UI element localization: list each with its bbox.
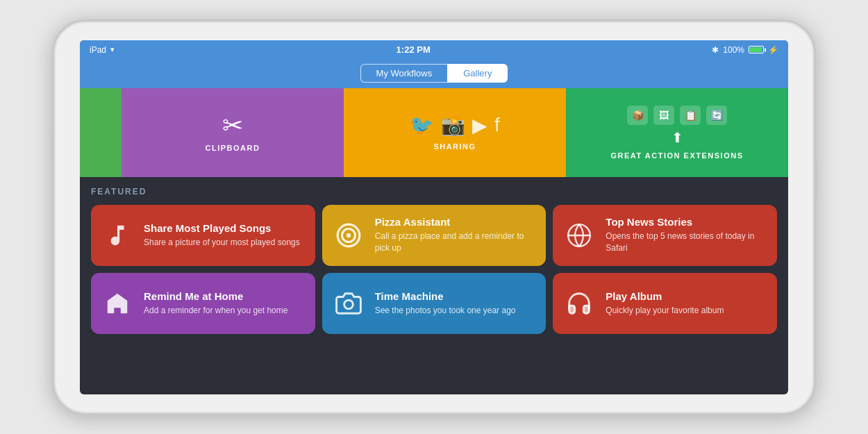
card-text-share: Share Most Played Songs Share a picture …	[144, 222, 300, 249]
battery-fill	[750, 47, 762, 52]
category-label-extensions: GREAT ACTION EXTENSIONS	[611, 151, 744, 160]
ipad-device: iPad ▾ 1:22 PM ✱ 100% ⚡ My Workflows Gal…	[52, 19, 816, 415]
card-desc-news: Opens the top 5 news stories of today in…	[606, 231, 767, 254]
action-box-1: 📦	[627, 106, 648, 125]
status-bar: iPad ▾ 1:22 PM ✱ 100% ⚡	[80, 40, 788, 60]
card-title-share: Share Most Played Songs	[144, 222, 300, 234]
power-button	[815, 160, 817, 199]
home-icon	[101, 287, 134, 320]
battery-indicator	[749, 46, 764, 53]
target-icon	[332, 219, 365, 252]
featured-label: FEATURED	[91, 187, 777, 197]
card-top-news[interactable]: Top News Stories Opens the top 5 news st…	[553, 205, 777, 266]
tab-my-workflows[interactable]: My Workflows	[360, 64, 448, 83]
volume-button	[51, 133, 53, 157]
tab-bar: My Workflows Gallery	[80, 60, 788, 88]
battery-percent: 100%	[723, 45, 744, 55]
card-title-remind: Remind Me at Home	[144, 290, 287, 302]
camera-icon	[332, 287, 365, 320]
headphones-icon	[562, 287, 596, 320]
music-icon	[101, 219, 134, 252]
tab-gallery[interactable]: Gallery	[447, 64, 508, 83]
instagram-icon: 📸	[441, 114, 465, 137]
action-box-3: 📋	[680, 106, 701, 125]
globe-icon	[562, 219, 596, 252]
category-item-sharing[interactable]: 🐦 📸 ▶ f SHARING	[344, 88, 566, 177]
card-desc-pizza: Call a pizza place and add a reminder to…	[375, 231, 537, 254]
card-remind-home[interactable]: Remind Me at Home Add a reminder for whe…	[91, 273, 315, 334]
card-desc-remind: Add a reminder for when you get home	[144, 305, 287, 317]
featured-section: FEATURED Share Most Played Songs Share a…	[80, 177, 788, 341]
status-left: iPad ▾	[90, 45, 115, 55]
category-item-clipboard[interactable]: ✂ CLIPBOARD	[122, 88, 344, 177]
card-time-machine[interactable]: Time Machine See the photos you took one…	[322, 273, 546, 334]
facebook-icon: f	[494, 114, 500, 137]
card-title-time: Time Machine	[375, 290, 516, 302]
card-text-album: Play Album Quickly play your favorite al…	[606, 290, 724, 317]
card-desc-share: Share a picture of your most played song…	[144, 237, 300, 249]
youtube-icon: ▶	[472, 114, 487, 137]
card-text-news: Top News Stories Opens the top 5 news st…	[606, 216, 767, 254]
card-desc-album: Quickly play your favorite album	[606, 305, 724, 317]
svg-point-4	[344, 300, 353, 309]
ipad-screen: iPad ▾ 1:22 PM ✱ 100% ⚡ My Workflows Gal…	[80, 40, 788, 394]
category-label-clipboard: CLIPBOARD	[206, 144, 260, 152]
share-icon: ⬆	[671, 129, 683, 146]
card-play-album[interactable]: Play Album Quickly play your favorite al…	[553, 273, 777, 334]
battery-icon	[749, 46, 764, 53]
action-box-4: 🔄	[706, 106, 727, 125]
cards-grid: Share Most Played Songs Share a picture …	[91, 205, 777, 334]
card-title-pizza: Pizza Assistant	[375, 216, 537, 228]
twitter-icon: 🐦	[410, 114, 434, 137]
social-icons: 🐦 📸 ▶ f	[410, 114, 500, 137]
card-desc-time: See the photos you took one year ago	[375, 305, 516, 317]
wifi-icon: ▾	[110, 45, 115, 54]
category-item-shortcuts[interactable]: IS	[80, 88, 122, 177]
charging-icon: ⚡	[768, 45, 778, 55]
action-icons-row: 📦 🖼 📋 🔄	[627, 106, 727, 125]
card-text-pizza: Pizza Assistant Call a pizza place and a…	[375, 216, 537, 254]
card-pizza-assistant[interactable]: Pizza Assistant Call a pizza place and a…	[322, 205, 546, 266]
action-box-2: 🖼	[653, 106, 674, 125]
card-text-time: Time Machine See the photos you took one…	[375, 290, 516, 317]
carrier-label: iPad	[90, 45, 106, 55]
tab-segment: My Workflows Gallery	[360, 64, 508, 83]
card-title-news: Top News Stories	[606, 216, 767, 228]
clipboard-icon: ✂	[222, 113, 243, 138]
bluetooth-icon: ✱	[712, 45, 719, 55]
status-right: ✱ 100% ⚡	[712, 45, 778, 55]
action-icons: 📦 🖼 📋 🔄 ⬆	[627, 106, 727, 146]
category-banner: IS ✂ CLIPBOARD 🐦 📸 ▶ f SHARING	[80, 88, 788, 177]
card-share-most-played[interactable]: Share Most Played Songs Share a picture …	[91, 205, 315, 266]
time-display: 1:22 PM	[397, 44, 431, 55]
svg-point-2	[346, 233, 350, 237]
category-label-sharing: SHARING	[433, 142, 476, 151]
category-item-extensions[interactable]: 📦 🖼 📋 🔄 ⬆ GREAT ACTION EXTENSIONS	[566, 88, 788, 177]
card-title-album: Play Album	[606, 290, 724, 302]
card-text-remind: Remind Me at Home Add a reminder for whe…	[144, 290, 287, 317]
